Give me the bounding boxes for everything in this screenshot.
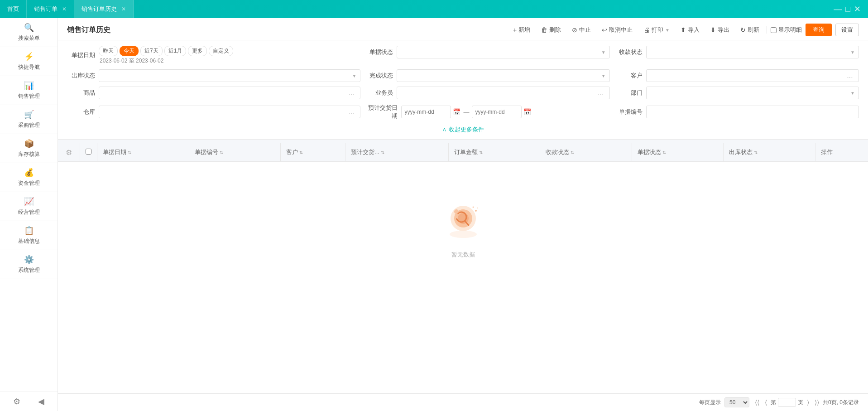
stop-button[interactable]: ⊘ 中止 (568, 24, 595, 36)
th-checkbox (80, 143, 97, 162)
first-page-button[interactable]: ⟨⟨ (753, 398, 761, 407)
prev-page-button[interactable]: ⟨ (763, 398, 769, 407)
close-button[interactable]: ✕ (854, 4, 861, 14)
product-input[interactable]: … (99, 87, 360, 99)
next-page-button[interactable]: ⟩ (805, 398, 811, 407)
date-btn-1month[interactable]: 近1月 (164, 46, 187, 56)
select-all-checkbox[interactable] (86, 149, 91, 155)
date-label: 单据日期 (67, 51, 99, 59)
import-icon: ⬆ (681, 26, 686, 34)
sidebar-item-operations[interactable]: 📈 经营管理 (0, 192, 58, 221)
new-label: 新增 (518, 26, 530, 34)
th-order-amount[interactable]: 订单金额 ⇅ (448, 143, 540, 162)
tab-home[interactable]: 首页 (0, 0, 27, 18)
table-settings-icon[interactable]: ⚙ (63, 147, 74, 158)
th-customer[interactable]: 客户 ⇅ (281, 143, 345, 162)
svg-rect-10 (455, 214, 458, 218)
product-ellipsis-icon: … (346, 89, 356, 97)
salesperson-input[interactable]: … (397, 87, 609, 99)
doc-number-label: 单据编号 (614, 108, 646, 116)
show-detail-checkbox[interactable] (771, 27, 777, 33)
empty-state-illustration (441, 198, 486, 243)
export-label: 导出 (718, 26, 729, 34)
sidebar-item-basic-info[interactable]: 📋 基础信息 (0, 221, 58, 250)
sidebar-collapse-icon[interactable]: ◀ (38, 396, 44, 406)
per-page-select[interactable]: 20 50 100 (724, 397, 749, 407)
collapse-bar[interactable]: ∧ 收起更多条件 (67, 123, 859, 134)
print-button[interactable]: 🖨 打印 ▼ (640, 24, 673, 36)
th-out-status-label: 出库状态 (729, 148, 753, 156)
customer-input[interactable]: … (646, 69, 859, 82)
show-detail-label: 显示明细 (778, 26, 802, 34)
payment-status-select[interactable]: ▼ (646, 46, 859, 58)
delete-label: 删除 (549, 26, 561, 34)
query-button[interactable]: 查询 (806, 24, 832, 36)
th-order-amount-label: 订单金额 (454, 148, 478, 156)
page-input[interactable]: 1 (778, 398, 796, 407)
delivery-date-start-calendar-icon[interactable]: 📅 (453, 108, 460, 116)
date-btn-custom[interactable]: 自定义 (209, 46, 233, 56)
sidebar-item-finance[interactable]: 💰 资金管理 (0, 163, 58, 192)
warehouse-ellipsis-icon: … (346, 108, 356, 116)
sidebar-settings-icon[interactable]: ⚙ (13, 396, 20, 406)
out-status-arrow-icon: ▼ (352, 73, 356, 78)
content-area: 销售订单历史 + 新增 🗑 删除 ⊘ 中止 ↩ 取消中止 (58, 18, 868, 411)
doc-number-input[interactable] (646, 106, 859, 118)
tab-sales-order-history[interactable]: 销售订单历史 ✕ (74, 0, 134, 18)
sidebar-quick-nav-label: 快捷导航 (18, 63, 40, 71)
department-select[interactable]: ▼ (646, 87, 859, 99)
complete-status-arrow-icon: ▼ (601, 73, 606, 78)
sidebar-item-system-mgmt[interactable]: ⚙️ 系统管理 (0, 250, 58, 279)
svg-point-7 (472, 207, 474, 208)
cancel-stop-button[interactable]: ↩ 取消中止 (598, 24, 636, 36)
sidebar-item-search-menu[interactable]: 🔍 搜索菜单 (0, 18, 58, 47)
th-delivery-date[interactable]: 预计交货... ⇅ (345, 143, 449, 162)
date-btn-today[interactable]: 今天 (120, 46, 139, 56)
delete-icon: 🗑 (541, 26, 547, 34)
th-doc-date[interactable]: 单据日期 ⇅ (97, 143, 189, 162)
cancel-stop-icon: ↩ (602, 26, 607, 34)
empty-text: 暂无数据 (451, 251, 475, 259)
sidebar-item-quick-nav[interactable]: ⚡ 快捷导航 (0, 47, 58, 76)
quick-nav-icon: ⚡ (24, 52, 34, 62)
out-status-select[interactable]: ▼ (99, 69, 360, 82)
department-arrow-icon: ▼ (850, 91, 855, 96)
sidebar-sales-mgmt-label: 销售管理 (18, 92, 40, 100)
import-button[interactable]: ⬆ 导入 (677, 24, 703, 36)
th-payment-status[interactable]: 收款状态 ⇅ (540, 143, 632, 162)
tab-sales-order-history-close[interactable]: ✕ (121, 6, 126, 12)
date-btn-yesterday[interactable]: 昨天 (99, 46, 118, 56)
print-icon: 🖨 (643, 26, 650, 34)
complete-status-select[interactable]: ▼ (397, 69, 609, 82)
sidebar-item-purchase-mgmt[interactable]: 🛒 采购管理 (0, 105, 58, 134)
settings-button[interactable]: 设置 (835, 24, 859, 36)
th-out-status[interactable]: 出库状态 ⇅ (724, 143, 815, 162)
filter-section: 单据日期 昨天 今天 近7天 近1月 更多 自定义 2023-06-02 至 2… (58, 40, 868, 140)
date-btn-7day[interactable]: 近7天 (140, 46, 163, 56)
delivery-date-end[interactable] (472, 106, 522, 118)
th-doc-status-label: 单据状态 (638, 148, 661, 156)
product-label: 商品 (67, 89, 99, 97)
minimize-button[interactable]: — (834, 5, 842, 14)
warehouse-input[interactable]: … (99, 106, 360, 118)
delete-button[interactable]: 🗑 删除 (537, 24, 565, 36)
show-detail-checkbox-label[interactable]: 显示明细 (771, 26, 802, 34)
delivery-date-end-calendar-icon[interactable]: 📅 (523, 108, 531, 116)
last-page-button[interactable]: ⟩⟩ (813, 398, 821, 407)
th-doc-status[interactable]: 单据状态 ⇅ (632, 143, 724, 162)
tab-sales-order-close[interactable]: ✕ (62, 6, 67, 12)
sidebar-item-sales-mgmt[interactable]: 📊 销售管理 (0, 76, 58, 105)
th-doc-number[interactable]: 单据编号 ⇅ (189, 143, 281, 162)
sort-customer-icon: ⇅ (299, 150, 303, 155)
svg-point-9 (454, 209, 459, 214)
export-button[interactable]: ⬇ 导出 (707, 24, 733, 36)
doc-status-select[interactable]: ▼ (397, 46, 609, 58)
sidebar-item-inventory[interactable]: 📦 库存核算 (0, 134, 58, 163)
new-button[interactable]: + 新增 (509, 24, 534, 36)
tab-sales-order[interactable]: 销售订单 ✕ (27, 0, 74, 18)
refresh-button[interactable]: ↻ 刷新 (737, 24, 763, 36)
maximize-button[interactable]: □ (845, 5, 850, 14)
sort-doc-number-icon: ⇅ (220, 150, 223, 155)
delivery-date-start[interactable] (401, 106, 451, 118)
date-btn-more[interactable]: 更多 (188, 46, 207, 56)
